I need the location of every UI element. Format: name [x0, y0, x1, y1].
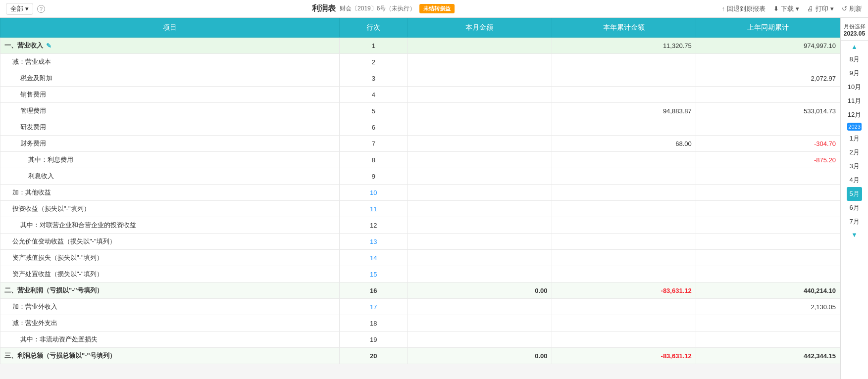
- col-header-prev: 上年同期累计: [696, 18, 840, 38]
- cell-name: 研发费用: [0, 119, 340, 136]
- table-row: 财务费用768.00-304.70: [0, 136, 840, 152]
- nav-up-button[interactable]: ▲: [847, 42, 863, 51]
- cell-prev: [696, 332, 840, 348]
- month-item[interactable]: 8月: [847, 52, 862, 66]
- table-row: 管理费用594,883.87533,014.73: [0, 103, 840, 119]
- cell-row-num: 9: [340, 168, 408, 185]
- cell-year: [552, 185, 696, 201]
- print-arrow-icon: ▾: [830, 5, 834, 12]
- table-row: 一、营业收入 ✎111,320.75974,997.10: [0, 38, 840, 54]
- cell-year: [552, 266, 696, 283]
- cell-prev: [696, 119, 840, 136]
- cell-row-num: 1: [340, 38, 408, 54]
- back-icon: ↑: [722, 5, 725, 12]
- cell-name: 资产减值损失（损失以"-"填列）: [0, 250, 340, 266]
- cell-year: [552, 70, 696, 87]
- edit-icon[interactable]: ✎: [46, 42, 54, 50]
- cell-year: -83,631.12: [552, 348, 696, 364]
- month-item[interactable]: 1月: [847, 132, 862, 145]
- cell-prev: 974,997.10: [696, 38, 840, 54]
- main-container: 项目 行次 本月金额 本年累计金额 上年同期累计 一、营业收入 ✎111,320…: [0, 18, 868, 379]
- cell-month: [408, 217, 552, 234]
- cell-name: 加：营业外收入: [0, 299, 340, 315]
- month-item[interactable]: 2月: [847, 145, 862, 159]
- cell-prev: [696, 234, 840, 250]
- month-item[interactable]: 9月: [847, 66, 862, 80]
- cell-row-num: 7: [340, 136, 408, 152]
- cell-month: [408, 332, 552, 348]
- top-bar: 全部 ▾ ? 利润表 财会〔2019〕6号（未执行） 未结转损益 ↑ 回退到原报…: [0, 0, 868, 18]
- cell-prev: 442,344.15: [696, 348, 840, 364]
- month-item[interactable]: 4月: [847, 173, 862, 187]
- cell-row-num: 16: [340, 283, 408, 299]
- cell-prev: 2,130.05: [696, 299, 840, 315]
- cell-name: 其中：利息费用: [0, 152, 340, 168]
- cell-prev: [696, 87, 840, 103]
- cell-prev: [696, 185, 840, 201]
- back-button[interactable]: ↑ 回退到原报表: [722, 4, 766, 13]
- cell-prev: [696, 54, 840, 70]
- cell-year: -83,631.12: [552, 283, 696, 299]
- cell-row-num: 10: [340, 185, 408, 201]
- cell-name: 销售费用: [0, 87, 340, 103]
- cell-month: [408, 299, 552, 315]
- side-title-label: 月份选择: [842, 23, 867, 30]
- month-item[interactable]: 5月: [847, 187, 862, 201]
- cell-row-num: 18: [340, 315, 408, 332]
- download-arrow-icon: ▾: [796, 5, 799, 12]
- print-icon: 🖨: [807, 5, 814, 12]
- cell-name: 三、利润总额（亏损总额以"-"号填列）: [0, 348, 340, 364]
- month-item[interactable]: 12月: [847, 108, 862, 122]
- month-item[interactable]: 7月: [847, 215, 862, 229]
- cell-year: [552, 87, 696, 103]
- cell-row-num: 20: [340, 348, 408, 364]
- report-subtitle: 财会〔2019〕6号（未执行）: [340, 4, 415, 13]
- cell-year: 68.00: [552, 136, 696, 152]
- nav-down-button[interactable]: ▼: [847, 230, 863, 239]
- cell-year: 11,320.75: [552, 38, 696, 54]
- download-button[interactable]: ⬇ 下载 ▾: [773, 4, 799, 13]
- month-item[interactable]: 3月: [847, 159, 862, 173]
- year-badge[interactable]: 2023: [847, 123, 861, 131]
- month-item[interactable]: 11月: [847, 94, 862, 108]
- cell-prev: 533,014.73: [696, 103, 840, 119]
- help-icon[interactable]: ?: [37, 5, 45, 13]
- table-row: 税金及附加32,072.97: [0, 70, 840, 87]
- table-row: 资产减值损失（损失以"-"填列）14: [0, 250, 840, 266]
- download-icon: ⬇: [773, 5, 779, 12]
- cell-row-num: 17: [340, 299, 408, 315]
- cell-year: [552, 332, 696, 348]
- cell-year: [552, 201, 696, 217]
- side-panel-title: 月份选择 2023.05: [841, 20, 868, 41]
- cell-row-num: 3: [340, 70, 408, 87]
- cell-year: [552, 299, 696, 315]
- table-row: 销售费用4: [0, 87, 840, 103]
- cell-name: 其中：非流动资产处置损失: [0, 332, 340, 348]
- cell-row-num: 19: [340, 332, 408, 348]
- cell-prev: -304.70: [696, 136, 840, 152]
- month-item[interactable]: 10月: [847, 80, 862, 94]
- current-year-label: 2023.05: [842, 30, 867, 37]
- scope-dropdown[interactable]: 全部 ▾: [6, 3, 33, 15]
- table-row: 其中：非流动资产处置损失19: [0, 332, 840, 348]
- cell-prev: -875.20: [696, 152, 840, 168]
- cell-prev: [696, 217, 840, 234]
- month-item[interactable]: 6月: [847, 201, 862, 215]
- cell-year: [552, 54, 696, 70]
- cell-month: [408, 185, 552, 201]
- cell-row-num: 13: [340, 234, 408, 250]
- col-header-name: 项目: [0, 18, 340, 38]
- cell-prev: [696, 250, 840, 266]
- side-panel: 月份选择 2023.05 ▲ 8月9月10月11月12月20231月2月3月4月…: [840, 18, 868, 379]
- cell-row-num: 8: [340, 152, 408, 168]
- refresh-button[interactable]: ↺ 刷新: [842, 4, 862, 13]
- print-button[interactable]: 🖨 打印 ▾: [807, 4, 834, 13]
- top-bar-right: ↑ 回退到原报表 ⬇ 下载 ▾ 🖨 打印 ▾ ↺ 刷新: [722, 4, 863, 13]
- col-header-row: 行次: [340, 18, 408, 38]
- cell-row-num: 12: [340, 217, 408, 234]
- status-badge: 未结转损益: [419, 4, 455, 13]
- cell-prev: [696, 168, 840, 185]
- table-row: 减：营业外支出18: [0, 315, 840, 332]
- cell-row-num: 11: [340, 201, 408, 217]
- dropdown-arrow-icon: ▾: [25, 5, 29, 12]
